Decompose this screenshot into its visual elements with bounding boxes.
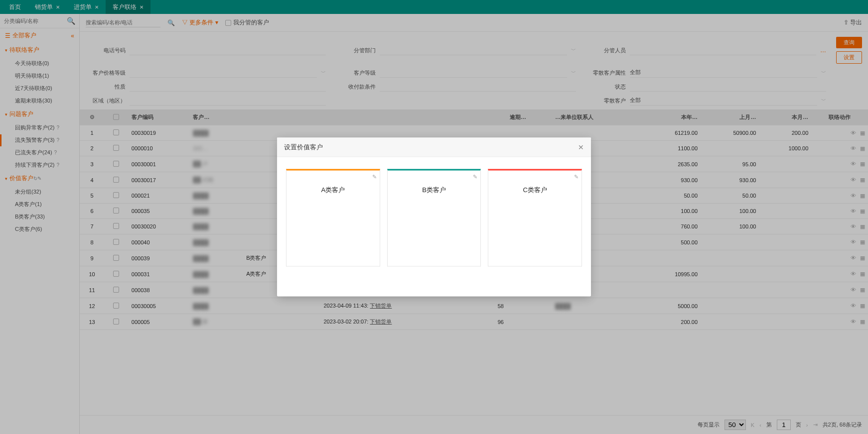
edit-icon[interactable]: ✎ — [372, 174, 377, 180]
card-c[interactable]: ✎ C类客户 — [488, 169, 582, 267]
value-customer-modal: 设置价值客户 ✕ ✎ A类客户 ✎ B类客户 ✎ C类客户 — [277, 138, 591, 297]
card-b[interactable]: ✎ B类客户 — [387, 169, 481, 267]
modal-title: 设置价值客户 — [284, 143, 323, 152]
edit-icon[interactable]: ✎ — [473, 174, 477, 180]
modal-body: ✎ A类客户 ✎ B类客户 ✎ C类客户 — [277, 157, 591, 297]
close-icon[interactable]: ✕ — [578, 143, 584, 151]
card-c-label: C类客户 — [493, 186, 577, 195]
modal-header: 设置价值客户 ✕ — [277, 138, 591, 157]
card-a-label: A类客户 — [291, 186, 375, 195]
card-b-label: B类客户 — [393, 186, 476, 195]
edit-icon[interactable]: ✎ — [574, 174, 579, 180]
card-a[interactable]: ✎ A类客户 — [286, 169, 380, 267]
